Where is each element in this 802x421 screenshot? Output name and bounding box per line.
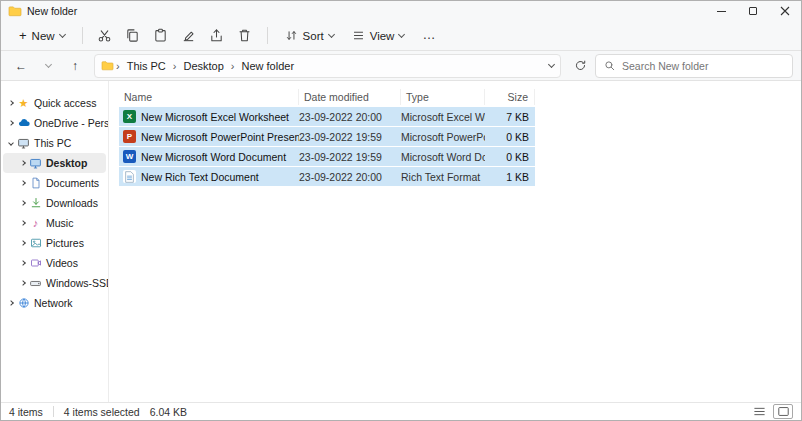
file-list-area[interactable]: Name Date modified Type Size X New Micro… — [109, 81, 801, 402]
search-box[interactable] — [595, 54, 793, 78]
copy-icon — [125, 28, 140, 43]
up-button[interactable]: ↑ — [63, 54, 87, 78]
chevron-right-icon[interactable] — [20, 200, 26, 206]
rename-button[interactable] — [176, 24, 202, 47]
word-file-icon: W — [123, 150, 136, 163]
minimize-button[interactable] — [705, 1, 737, 21]
chevron-down-icon — [44, 61, 51, 68]
file-size-cell: 0 KB — [485, 151, 535, 163]
new-button[interactable]: + New — [11, 26, 73, 46]
file-name-cell: P New Microsoft PowerPoint Presentation — [119, 130, 299, 143]
address-bar: ← ↑ › This PC › Desktop › New folder — [1, 51, 801, 81]
selection-size: 6.04 KB — [150, 406, 187, 418]
toolbar-separator — [82, 27, 83, 44]
chevron-right-icon[interactable] — [20, 160, 26, 166]
sidebar-item-this-pc[interactable]: This PC — [3, 133, 106, 153]
file-size-cell: 1 KB — [485, 171, 535, 183]
file-name-cell: X New Microsoft Excel Worksheet — [119, 110, 299, 123]
status-view-toggles — [749, 404, 793, 419]
chevron-right-icon[interactable] — [20, 240, 26, 246]
chevron-right-icon[interactable] — [20, 280, 26, 286]
item-count: 4 items — [9, 406, 43, 418]
back-button[interactable]: ← — [9, 54, 33, 78]
title-bar-left: New folder — [1, 5, 77, 17]
excel-file-icon: X — [123, 110, 136, 123]
breadcrumb-separator-icon: › — [172, 60, 178, 72]
sidebar-item-music[interactable]: ♪ Music — [3, 213, 106, 233]
cut-button[interactable] — [92, 24, 118, 47]
network-icon — [16, 296, 31, 311]
file-row[interactable]: P New Microsoft PowerPoint Presentation … — [119, 127, 535, 146]
sidebar-item-documents[interactable]: Documents — [3, 173, 106, 193]
maximize-button[interactable] — [737, 1, 769, 21]
breadcrumb-item-desktop[interactable]: Desktop — [178, 58, 228, 74]
chevron-right-icon[interactable] — [20, 180, 26, 186]
search-input[interactable] — [622, 60, 784, 72]
chevron-down-icon — [398, 31, 405, 38]
breadcrumb-item-new-folder[interactable]: New folder — [237, 58, 300, 74]
file-row[interactable]: New Rich Text Document 23-09-2022 20:00 … — [119, 167, 535, 186]
chevron-right-icon[interactable] — [8, 300, 14, 306]
sidebar-item-label: Desktop — [46, 157, 87, 169]
file-list: Name Date modified Type Size X New Micro… — [119, 87, 535, 186]
file-name: New Microsoft Word Document — [141, 151, 286, 163]
address-dropdown-icon[interactable] — [548, 61, 555, 68]
file-explorer-window: New folder + New — [0, 0, 802, 421]
powerpoint-file-icon: P — [123, 130, 136, 143]
documents-icon — [28, 176, 43, 191]
videos-icon — [28, 256, 43, 271]
column-header-name[interactable]: Name — [119, 89, 299, 105]
chevron-down-icon[interactable] — [8, 140, 14, 146]
paste-button[interactable] — [148, 24, 174, 47]
sidebar-item-videos[interactable]: Videos — [3, 253, 106, 273]
share-button[interactable] — [204, 24, 230, 47]
title-bar[interactable]: New folder — [1, 1, 801, 21]
status-separator — [53, 406, 54, 417]
file-row[interactable]: X New Microsoft Excel Worksheet 23-09-20… — [119, 107, 535, 126]
file-row[interactable]: W New Microsoft Word Document 23-09-2022… — [119, 147, 535, 166]
refresh-icon — [574, 59, 587, 72]
view-button[interactable]: View — [344, 25, 413, 46]
folder-icon — [8, 5, 22, 17]
navigation-pane: ★ Quick access OneDrive - Personal This … — [1, 81, 109, 402]
cut-icon — [97, 28, 112, 43]
sidebar-item-downloads[interactable]: Downloads — [3, 193, 106, 213]
sidebar-item-desktop[interactable]: Desktop — [3, 153, 106, 173]
sort-button-label: Sort — [303, 30, 324, 42]
details-view-button[interactable] — [749, 404, 769, 419]
chevron-right-icon[interactable] — [20, 260, 26, 266]
chevron-right-icon[interactable] — [8, 100, 14, 106]
chevron-right-icon[interactable] — [8, 120, 14, 126]
more-options-button[interactable]: … — [414, 23, 444, 48]
up-icon: ↑ — [72, 59, 78, 73]
sort-button[interactable]: Sort — [277, 25, 342, 46]
chevron-right-icon[interactable] — [20, 220, 26, 226]
refresh-button[interactable] — [568, 54, 592, 78]
column-header-type[interactable]: Type — [401, 89, 485, 105]
sidebar-item-network[interactable]: Network — [3, 293, 106, 313]
thumbnails-view-button[interactable] — [773, 404, 793, 419]
breadcrumb-item-this-pc[interactable]: This PC — [122, 58, 171, 74]
sidebar-item-label: Videos — [46, 257, 78, 269]
sidebar-item-quick-access[interactable]: ★ Quick access — [3, 93, 106, 113]
sidebar-item-windows-ssd[interactable]: Windows-SSD (C:) — [3, 273, 106, 293]
pictures-icon — [28, 236, 43, 251]
sidebar-item-pictures[interactable]: Pictures — [3, 233, 106, 253]
file-name: New Rich Text Document — [141, 171, 259, 183]
sidebar-item-onedrive[interactable]: OneDrive - Personal — [3, 113, 106, 133]
file-size-cell: 0 KB — [485, 131, 535, 143]
close-button[interactable] — [769, 1, 801, 21]
breadcrumb[interactable]: › This PC › Desktop › New folder — [94, 54, 561, 78]
column-header-size[interactable]: Size — [485, 89, 535, 105]
chevron-down-icon — [328, 31, 335, 38]
window-title: New folder — [27, 5, 77, 17]
copy-button[interactable] — [120, 24, 146, 47]
sidebar-item-label: Quick access — [34, 97, 96, 109]
recent-locations-button[interactable] — [36, 54, 60, 78]
drive-icon — [28, 276, 43, 291]
delete-button[interactable] — [232, 24, 258, 47]
back-icon: ← — [15, 59, 27, 73]
view-button-label: View — [370, 30, 395, 42]
computer-icon — [16, 136, 31, 151]
column-header-date-modified[interactable]: Date modified — [299, 89, 401, 105]
